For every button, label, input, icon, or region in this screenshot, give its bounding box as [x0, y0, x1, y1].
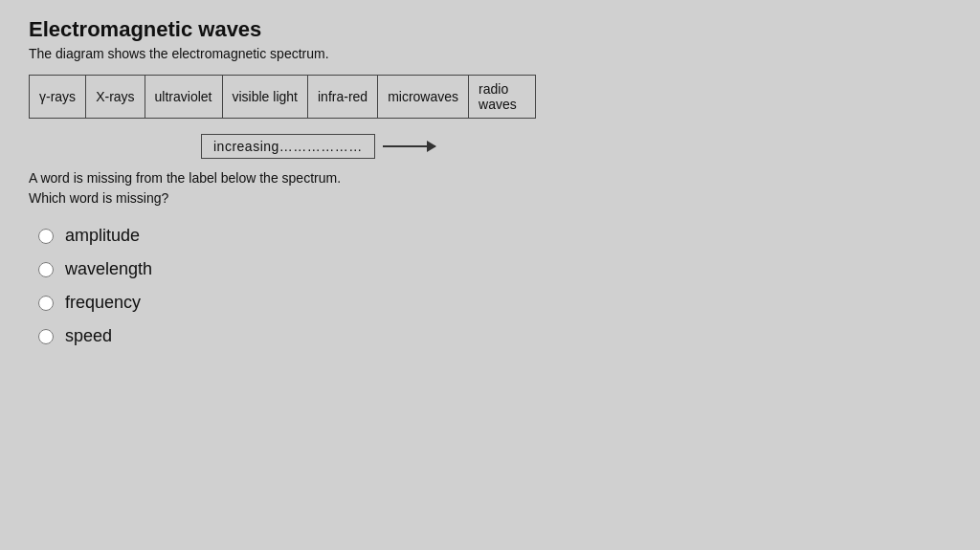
option-frequency[interactable]: frequency [38, 293, 951, 313]
question-text: A word is missing from the label below t… [29, 168, 951, 209]
label-wavelength[interactable]: wavelength [65, 259, 152, 279]
arrow [383, 145, 435, 147]
spectrum-cell-xrays: X-rays [86, 76, 145, 119]
label-frequency[interactable]: frequency [65, 293, 141, 313]
label-amplitude[interactable]: amplitude [65, 226, 140, 246]
spectrum-cell-radio: radiowaves [469, 76, 536, 119]
spectrum-cell-visible: visible light [222, 76, 307, 119]
page-subtitle: The diagram shows the electromagnetic sp… [29, 46, 951, 61]
radio-wavelength[interactable] [38, 262, 54, 277]
radio-amplitude[interactable] [38, 229, 54, 244]
radio-speed[interactable] [38, 329, 54, 344]
page-title: Electromagnetic waves [29, 17, 951, 42]
radio-frequency[interactable] [38, 296, 54, 311]
spectrum-cell-gamma: γ-rays [30, 76, 86, 119]
increasing-box: increasing……………… [201, 134, 375, 159]
spectrum-cell-ultraviolet: ultraviolet [145, 76, 222, 119]
options-list: amplitude wavelength frequency speed [38, 226, 951, 346]
option-wavelength[interactable]: wavelength [38, 259, 951, 279]
arrow-line [383, 145, 435, 147]
spectrum-table: γ-rays X-rays ultraviolet visible light … [29, 75, 536, 119]
option-amplitude[interactable]: amplitude [38, 226, 951, 246]
option-speed[interactable]: speed [38, 326, 951, 346]
spectrum-cell-microwaves: microwaves [378, 76, 469, 119]
label-row: increasing……………… [201, 134, 951, 159]
spectrum-cell-infrared: infra-red [307, 76, 377, 119]
label-speed[interactable]: speed [65, 326, 112, 346]
